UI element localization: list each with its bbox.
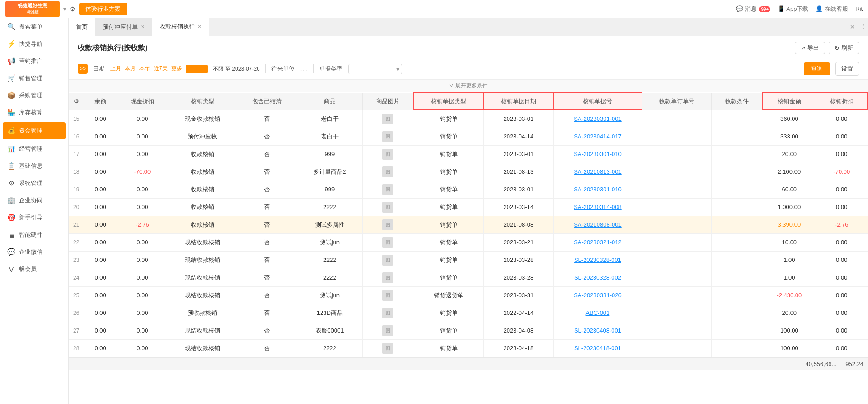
sidebar-item-business[interactable]: 📊 经营管理 xyxy=(0,140,68,157)
tab-receipt[interactable]: 收款核销执行 ✕ xyxy=(152,18,209,36)
sidebar-label-member: 畅会员 xyxy=(19,265,37,273)
sidebar-item-system[interactable]: ⚙ 系统管理 xyxy=(0,175,68,192)
user-name[interactable]: Rit xyxy=(855,5,863,12)
cell-verify-discount: 0.00 xyxy=(816,322,868,339)
cell-verify-doc-no[interactable]: SA-20230301-001 xyxy=(553,110,642,128)
tab-expand-icon[interactable]: ⛶ xyxy=(859,24,864,30)
col-verify-doc-type: 核销单据类型 xyxy=(414,93,484,110)
cell-balance: 0.00 xyxy=(84,251,117,269)
messages-link[interactable]: 💬 消息 99+ xyxy=(736,5,770,13)
cell-included-settled: 否 xyxy=(237,198,297,216)
online-service-link[interactable]: 👤 在线客服 xyxy=(816,5,848,13)
sidebar-item-quick-nav[interactable]: ⚡ 快捷导航 xyxy=(0,35,68,52)
col-cash-discount: 现金折扣 xyxy=(117,93,168,110)
sidebar-item-wechat[interactable]: 💬 企业微信 xyxy=(0,243,68,261)
cell-cash-discount: 0.00 xyxy=(117,251,168,269)
filter-date-this-month[interactable]: 本月 xyxy=(125,65,136,73)
filter-type-label: 单据类型 xyxy=(319,65,343,73)
filter-date-more[interactable]: 更多 xyxy=(171,65,182,73)
cell-receipt-order-no xyxy=(642,251,712,269)
sidebar-item-purchase[interactable]: 📦 采购管理 xyxy=(0,87,68,104)
expand-more-bar[interactable]: ∨ 展开更多条件 xyxy=(69,80,868,92)
cell-verify-doc-no[interactable]: SA-20230414-017 xyxy=(553,128,642,145)
table-row: 27 0.00 0.00 现结收款核销 否 衣服00001 图 销货单 2023… xyxy=(69,322,868,339)
cell-verify-doc-no[interactable]: SA-20230301-010 xyxy=(553,181,642,198)
cell-verify-doc-date: 2022-04-14 xyxy=(484,304,554,322)
filter-date-7days[interactable]: 近7天 xyxy=(154,65,168,73)
cell-included-settled: 否 xyxy=(237,145,297,163)
cell-verify-doc-no[interactable]: SA-20230314-008 xyxy=(553,198,642,216)
cell-balance: 0.00 xyxy=(84,128,117,145)
cell-receipt-order-no xyxy=(642,286,712,304)
filter-expand-button[interactable]: >> xyxy=(78,64,88,74)
cell-verify-type: 现结收款核销 xyxy=(168,339,237,357)
sidebar-item-member[interactable]: V 畅会员 xyxy=(0,261,68,278)
cell-verify-doc-no[interactable]: SA-20230331-026 xyxy=(553,286,642,304)
cell-included-settled: 否 xyxy=(237,110,297,128)
sidebar-label-search-menu: 搜索菜单 xyxy=(19,23,42,31)
filter-date-this-year[interactable]: 本年 xyxy=(139,65,150,73)
export-button[interactable]: ↗ 导出 xyxy=(795,42,825,54)
filter-unit-dots: ... xyxy=(300,66,308,72)
cell-rownum: 26 xyxy=(69,304,84,322)
sidebar-item-marketing[interactable]: 📢 营销推广 xyxy=(0,52,68,70)
settings-icon[interactable]: ⚙ xyxy=(70,5,75,13)
tab-close-icon[interactable]: ✕ xyxy=(850,24,855,30)
cell-verify-doc-no[interactable]: SL-20230328-001 xyxy=(553,251,642,269)
cell-verify-type: 现结收款核销 xyxy=(168,251,237,269)
cell-receipt-order-no xyxy=(642,269,712,286)
cell-product: 2222 xyxy=(297,251,362,269)
sidebar-item-corp[interactable]: 🏢 企业协同 xyxy=(0,192,68,209)
col-product: 商品 xyxy=(297,93,362,110)
sidebar-item-finance[interactable]: 💰 资金管理 xyxy=(3,122,66,139)
sidebar-item-inventory[interactable]: 🏪 库存核算 xyxy=(0,104,68,121)
filter-search-button[interactable]: 查询 xyxy=(804,62,830,75)
cell-verify-doc-date: 2023-03-01 xyxy=(484,181,554,198)
cell-verify-doc-no[interactable]: SA-20210813-001 xyxy=(553,163,642,181)
refresh-button[interactable]: ↻ 刷新 xyxy=(829,42,859,54)
cell-verify-discount: 0.00 xyxy=(816,269,868,286)
col-receipt-condition: 收款条件 xyxy=(712,93,763,110)
cell-verify-amount: 20.00 xyxy=(763,145,816,163)
sidebar-item-basic-info[interactable]: 📋 基础信息 xyxy=(0,157,68,175)
content-area: 首页 预付冲应付单 ✕ 收款核销执行 ✕ ✕ ⛶ 收款核销执行(按收款) xyxy=(69,18,868,404)
app-download-link[interactable]: 📱 App下载 xyxy=(778,5,808,13)
tab-prepaid-close-icon[interactable]: ✕ xyxy=(141,24,145,30)
cell-verify-doc-no[interactable]: SA-20210808-001 xyxy=(553,216,642,233)
sidebar-icon-marketing: 📢 xyxy=(7,57,15,65)
cell-verify-doc-type: 销货单 xyxy=(414,163,484,181)
cell-verify-doc-date: 2023-03-21 xyxy=(484,233,554,251)
tab-receipt-close-icon[interactable]: ✕ xyxy=(198,24,202,29)
cell-receipt-order-no xyxy=(642,322,712,339)
filter-settings-button[interactable]: 设置 xyxy=(835,62,859,76)
cell-verify-discount: 0.00 xyxy=(816,339,868,357)
filter-date-custom[interactable]: 自定义 xyxy=(186,65,208,73)
tab-prepaid[interactable]: 预付冲应付单 ✕ xyxy=(95,18,152,36)
table-wrapper[interactable]: ⚙ 余额 现金折扣 核销类型 包含已结清 商品 商品图片 核销单据类型 核销单据… xyxy=(69,92,868,404)
cell-verify-doc-no[interactable]: ABC-001 xyxy=(553,304,642,322)
filter-date-last-month[interactable]: 上月 xyxy=(110,65,121,73)
cell-verify-amount: 2,100.00 xyxy=(763,163,816,181)
filter-type-select[interactable] xyxy=(348,64,402,74)
expand-arrow-icon[interactable]: ▾ xyxy=(63,6,66,12)
cell-receipt-condition xyxy=(712,339,763,357)
cell-receipt-order-no xyxy=(642,198,712,216)
sidebar-item-search-menu[interactable]: 🔍 搜索菜单 xyxy=(0,18,68,35)
cell-balance: 0.00 xyxy=(84,216,117,233)
col-settings[interactable]: ⚙ xyxy=(69,93,84,110)
cell-verify-doc-type: 销货单 xyxy=(414,233,484,251)
tab-home[interactable]: 首页 xyxy=(69,18,95,36)
cell-balance: 0.00 xyxy=(84,269,117,286)
table-row: 25 0.00 0.00 现结收款核销 否 测试jun 图 销货退货单 2023… xyxy=(69,286,868,304)
cell-verify-doc-no[interactable]: SL-20230408-001 xyxy=(553,322,642,339)
cell-verify-doc-no[interactable]: SA-20230301-010 xyxy=(553,145,642,163)
cell-verify-type: 现结收款核销 xyxy=(168,269,237,286)
cell-verify-doc-no[interactable]: SL-20230328-002 xyxy=(553,269,642,286)
cell-cash-discount: 0.00 xyxy=(117,145,168,163)
sidebar-item-sales[interactable]: 🛒 销售管理 xyxy=(0,70,68,87)
solution-button[interactable]: 体验行业方案 xyxy=(79,3,127,15)
sidebar-item-smart-hw[interactable]: 🖥 智能硬件 xyxy=(0,226,68,243)
cell-verify-doc-no[interactable]: SA-20230321-012 xyxy=(553,233,642,251)
sidebar-item-guide[interactable]: 🎯 新手引导 xyxy=(0,209,68,226)
cell-verify-doc-no[interactable]: SL-20230418-001 xyxy=(553,339,642,357)
